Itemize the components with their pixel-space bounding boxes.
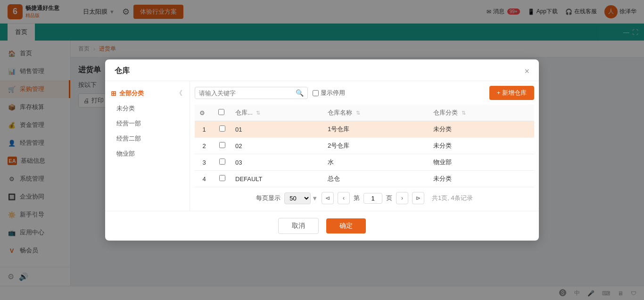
th-settings: ⚙ (195, 105, 214, 121)
row-2-num: 2 (195, 138, 214, 154)
row-3-check[interactable] (214, 154, 231, 171)
sort-icon-category: ⇅ (462, 110, 466, 116)
table-body: 1 01 1号仓库 未分类 2 02 2号仓库 (195, 121, 534, 187)
table-head: ⚙ 仓库... ⇅ 仓库名称 ⇅ (195, 105, 534, 121)
confirm-btn[interactable]: 确定 (326, 218, 366, 233)
show-disabled-checkbox[interactable] (313, 90, 319, 96)
page-suffix: 页 (386, 194, 392, 202)
category-header: ⊞ 全部分类 《 (105, 86, 190, 101)
th-check (214, 105, 231, 121)
all-category-btn[interactable]: ⊞ 全部分类 (111, 89, 144, 98)
sort-icon-code: ⇅ (256, 110, 260, 116)
warehouse-table: ⚙ 仓库... ⇅ 仓库名称 ⇅ (195, 105, 534, 187)
add-warehouse-btn[interactable]: + 新增仓库 (489, 86, 534, 100)
next-page-btn[interactable]: › (396, 192, 408, 204)
row-3-name: 水 (323, 154, 429, 171)
total-info: 共1页, 4条记录 (432, 194, 473, 202)
category-item-unclassified[interactable]: 未分类 (105, 101, 190, 116)
row-1-category: 未分类 (429, 121, 534, 138)
search-input[interactable] (199, 90, 296, 97)
search-input-wrap: 🔍 (195, 87, 308, 99)
dialog-title: 仓库 (115, 66, 130, 76)
select-all-checkbox[interactable] (218, 109, 224, 115)
row-3-num: 3 (195, 154, 214, 171)
page-label: 第 (354, 194, 360, 202)
dialog-close-btn[interactable]: × (524, 67, 529, 75)
row-4-num: 4 (195, 171, 214, 187)
cancel-btn[interactable]: 取消 (278, 218, 319, 234)
category-item-dept2[interactable]: 经营二部 (105, 131, 190, 146)
collapse-btn[interactable]: 《 (174, 89, 184, 98)
sort-icon-name: ⇅ (356, 110, 360, 116)
th-name: 仓库名称 ⇅ (323, 105, 429, 121)
grid-icon: ⊞ (111, 90, 116, 97)
row-2-check[interactable] (214, 138, 231, 154)
th-category: 仓库分类 ⇅ (429, 105, 534, 121)
dialog-body: ⊞ 全部分类 《 未分类 经营一部 经营二部 物业部 🔍 (105, 81, 539, 211)
row-4-name: 总仓 (323, 171, 429, 187)
pagination: 每页显示 50 10 20 100 ▼ ⊲ ‹ 第 页 › ⊳ 共1页, 4条 (195, 187, 534, 206)
row-4-check[interactable] (214, 171, 231, 187)
row-1-code: 01 (231, 121, 323, 138)
table-toolbar: 🔍 显示停用 + 新增仓库 (195, 86, 534, 100)
table-row[interactable]: 2 02 2号仓库 未分类 (195, 138, 534, 154)
row-2-category: 未分类 (429, 138, 534, 154)
dialog-footer: 取消 确定 (105, 211, 539, 241)
table-row[interactable]: 1 01 1号仓库 未分类 (195, 121, 534, 138)
table-row[interactable]: 3 03 水 物业部 (195, 154, 534, 171)
row-1-num: 1 (195, 121, 214, 138)
last-page-btn[interactable]: ⊳ (412, 192, 424, 204)
search-icon: 🔍 (296, 89, 304, 97)
table-row[interactable]: 4 DEFAULT 总仓 未分类 (195, 171, 534, 187)
row-3-category: 物业部 (429, 154, 534, 171)
row-4-category: 未分类 (429, 171, 534, 187)
table-header-row: ⚙ 仓库... ⇅ 仓库名称 ⇅ (195, 105, 534, 121)
dialog-overlay: 仓库 × ⊞ 全部分类 《 未分类 经营一部 经营二部 物业部 (0, 0, 644, 300)
per-page-label: 每页显示 (256, 194, 281, 202)
per-page-select[interactable]: 50 10 20 100 (284, 192, 311, 204)
category-item-dept1[interactable]: 经营一部 (105, 116, 190, 131)
table-panel: 🔍 显示停用 + 新增仓库 ⚙ (190, 81, 539, 211)
table-container: ⚙ 仓库... ⇅ 仓库名称 ⇅ (195, 105, 534, 187)
th-code: 仓库... ⇅ (231, 105, 323, 121)
page-input[interactable] (363, 193, 382, 204)
row-1-check[interactable] (214, 121, 231, 138)
row-4-code: DEFAULT (231, 171, 323, 187)
page-dropdown-icon: ▼ (312, 195, 318, 202)
prev-page-btn[interactable]: ‹ (338, 192, 350, 204)
category-item-property[interactable]: 物业部 (105, 146, 190, 161)
dialog-header: 仓库 × (105, 59, 539, 81)
row-2-code: 02 (231, 138, 323, 154)
row-3-code: 03 (231, 154, 323, 171)
row-2-name: 2号仓库 (323, 138, 429, 154)
all-category-label: 全部分类 (119, 89, 144, 98)
first-page-btn[interactable]: ⊲ (322, 192, 334, 204)
show-disabled-label[interactable]: 显示停用 (313, 89, 345, 97)
warehouse-dialog: 仓库 × ⊞ 全部分类 《 未分类 经营一部 经营二部 物业部 (105, 59, 539, 241)
row-1-name: 1号仓库 (323, 121, 429, 138)
category-panel: ⊞ 全部分类 《 未分类 经营一部 经营二部 物业部 (105, 81, 190, 211)
